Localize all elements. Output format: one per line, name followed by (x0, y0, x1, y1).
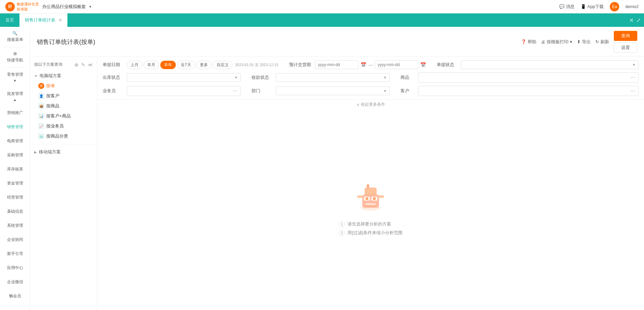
desktop-scheme-title[interactable]: ▼ 电脑端方案 (30, 71, 97, 81)
mobile-scheme-title[interactable]: ▶ 移动端方案 (30, 147, 97, 157)
setting-button[interactable]: 设置 (614, 43, 637, 53)
salesperson-select[interactable]: ··· (127, 86, 241, 96)
this-year-btn[interactable]: 本年 (160, 61, 176, 69)
tab-minimize-button[interactable]: ✕ (629, 17, 634, 23)
sidebar-item-operations[interactable]: 经营管理 (0, 191, 30, 205)
tip-text-1: 请先选择要分析的方案 (347, 221, 391, 227)
svg-rect-7 (365, 188, 377, 195)
help-button[interactable]: ❓ 帮助 (521, 39, 536, 45)
sidebar-item-retail[interactable]: 零售管理 ▼ (0, 68, 30, 87)
print-button[interactable]: 🖨 按模板打印 ▾ (541, 39, 572, 45)
scheme-by-customer-product[interactable]: 📊 按客户+商品 (34, 111, 97, 121)
date-separator: — (368, 62, 373, 67)
expected-delivery-end[interactable] (375, 60, 418, 69)
query-button[interactable]: 查询 (614, 31, 637, 41)
date-range-text: 2023-01-01 至 2023-12-31 (235, 62, 279, 67)
svg-rect-1 (362, 194, 379, 208)
collapse-bar[interactable]: ∧ 收起更多条件 (97, 99, 644, 109)
message-button[interactable]: 💬 消息 (559, 4, 575, 10)
sidebar-item-ecommerce[interactable]: 电商管理 (0, 134, 30, 148)
app-icon: 📱 (581, 4, 586, 9)
export-button[interactable]: ⬆ 导出 (577, 39, 591, 45)
scheme-by-product[interactable]: 📦 按商品 (34, 101, 97, 111)
sidebar-item-sales-mgmt[interactable]: 销售管理 (0, 120, 30, 134)
sidebar-item-corp-wechat[interactable]: 企业微信 (0, 275, 30, 289)
calendar-start-icon[interactable]: 📅 (361, 62, 366, 67)
last-7-days-btn[interactable]: 近7天 (177, 61, 195, 69)
more-date-btn[interactable]: 更多 (196, 61, 212, 69)
order-status-select[interactable]: ▾ (461, 60, 639, 69)
filter-section: 单据日期 上月 本月 本年 近7天 更多 自定义 2023-01-01 至 20… (97, 56, 644, 109)
product-more-icon[interactable]: ··· (631, 74, 635, 81)
page-title: 销售订单统计表(按单) (37, 38, 95, 46)
user-name[interactable]: demo2 (625, 4, 639, 9)
payment-status-select[interactable]: ▾ (276, 73, 390, 82)
sidebar-item-inventory[interactable]: 库存核算 (0, 162, 30, 176)
product-select[interactable]: ··· (418, 72, 639, 83)
edit-scheme-icon[interactable]: ✎ (81, 62, 85, 67)
top-bar-dropdown[interactable]: ▾ (89, 4, 91, 9)
top-bar-left: 好 畅捷通好生意 标准版 办公用品行业模拟账套 ▾ (5, 2, 91, 11)
scheme-by-salesperson[interactable]: 📈 按业务员 (34, 121, 97, 131)
customer-more-icon[interactable]: ··· (631, 88, 635, 94)
home-tab-label: 首页 (5, 17, 14, 23)
tab-home[interactable]: 首页 (0, 13, 19, 27)
main-panel: 单据日期 上月 本月 本年 近7天 更多 自定义 2023-01-01 至 20… (97, 56, 644, 310)
sidebar-item-membership[interactable]: 畅会员 (0, 289, 30, 303)
empty-illustration (351, 181, 391, 214)
last-month-btn[interactable]: 上月 (127, 61, 142, 69)
this-month-btn[interactable]: 本月 (144, 61, 159, 69)
empty-robot-svg (354, 183, 387, 213)
expected-delivery-start[interactable] (315, 60, 359, 69)
sidebar-item-newbie[interactable]: 新手引导 (0, 247, 30, 261)
refresh-button[interactable]: ↻ 刷新 (595, 39, 609, 45)
expected-delivery-label: 预计交货期 (289, 62, 311, 68)
scheme-by-order[interactable]: 按 按单 (34, 81, 97, 91)
message-icon: 💬 (559, 4, 565, 9)
sidebar-search-menu[interactable]: 🔍 搜索菜单 (0, 27, 30, 47)
logo-text: 畅捷通好生意 标准版 (17, 2, 39, 11)
scheme-by-customer[interactable]: 👤 按客户 (34, 91, 97, 101)
shipment-status-select[interactable]: ▾ (127, 73, 241, 82)
export-icon: ⬆ (577, 39, 581, 44)
scheme-by-category[interactable]: 🗂 按商品分类 (34, 131, 97, 141)
svg-rect-10 (357, 195, 363, 198)
sidebar-item-purchase[interactable]: 采购管理 (0, 148, 30, 162)
add-scheme-icon[interactable]: ⊕ (74, 62, 78, 67)
tip-text-2: 用[过滤]条件来缩小分析范围 (347, 230, 402, 236)
sidebar: 🔍 搜索菜单 ⊞ 快捷导航 零售管理 ▼ 批发管理 ▲ 营销推广 销售管理 电商… (0, 27, 30, 310)
app-download-button[interactable]: 📱 App下载 (581, 4, 604, 10)
sidebar-item-finance[interactable]: 资金管理 (0, 176, 30, 191)
filter-row-3: 业务员 ··· 部门 ▾ 客户 (103, 86, 639, 96)
calendar-end-icon[interactable]: 📅 (420, 62, 426, 67)
payment-status-label: 收款状态 (252, 74, 272, 81)
expand-arrow-icon: ▼ (34, 74, 38, 78)
filter-row-2: 出库状态 ▾ 收款状态 ▾ 商品 (103, 72, 639, 83)
department-select[interactable]: ▾ (276, 87, 390, 95)
retail-arrow-icon: ▼ (13, 79, 17, 83)
sidebar-item-enterprise[interactable]: 企业协同 (0, 233, 30, 247)
by-category-icon: 🗂 (38, 133, 44, 139)
user-avatar[interactable]: Ea (610, 2, 619, 11)
product-label: 商品 (400, 74, 414, 81)
sidebar-item-app-center[interactable]: 应用中心 (0, 261, 30, 275)
tab-maximize-button[interactable]: ⤢ (636, 17, 641, 23)
custom-date-btn[interactable]: 自定义 (213, 61, 232, 69)
nav-icon: ⊞ (13, 51, 17, 56)
left-panel: 按以下方案查询 ⊕ ✎ ≪ ▼ 电脑端方案 按 按 (30, 56, 97, 310)
search-icon: 🔍 (12, 31, 17, 36)
sidebar-item-wholesale[interactable]: 批发管理 ▲ (0, 87, 30, 106)
top-bar: 好 畅捷通好生意 标准版 办公用品行业模拟账套 ▾ 💬 消息 📱 App下载 E… (0, 0, 644, 13)
sidebar-item-marketing[interactable]: 营销推广 (0, 106, 30, 120)
sidebar-item-system[interactable]: 系统管理 (0, 219, 30, 233)
collapse-label: 收起更多条件 (361, 102, 385, 107)
salesperson-more-icon[interactable]: ··· (233, 88, 237, 94)
mobile-scheme-section: ▶ 移动端方案 (30, 146, 97, 158)
tab-close-icon[interactable]: ✕ (59, 18, 62, 22)
tab-sales-stat[interactable]: 销售订单统计表 ✕ (19, 13, 67, 27)
collapse-panel-icon[interactable]: ≪ (88, 62, 93, 67)
customer-select[interactable]: ··· (418, 86, 639, 96)
sidebar-quick-nav[interactable]: ⊞ 快捷导航 (0, 47, 30, 67)
svg-point-4 (366, 197, 368, 200)
sidebar-item-basic[interactable]: 基础信息 (0, 205, 30, 219)
